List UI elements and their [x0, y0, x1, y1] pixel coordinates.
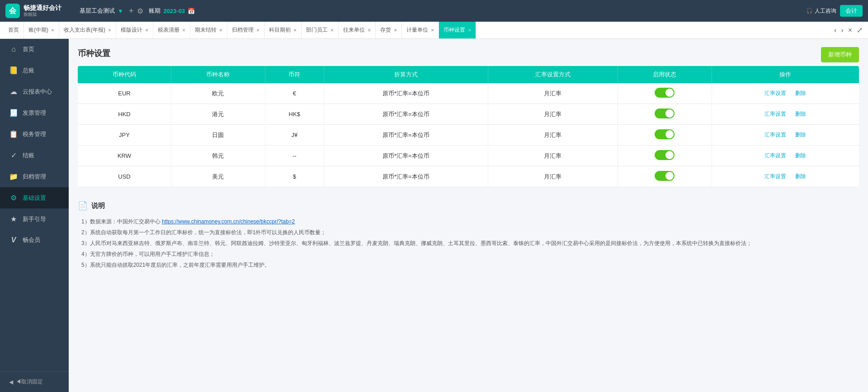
kuaiji-button[interactable]: 会计 — [840, 5, 863, 17]
tab-next-button[interactable]: › — [839, 25, 845, 35]
cell-status — [618, 104, 712, 125]
rate-settings-link[interactable]: 汇率设置 — [764, 111, 786, 117]
pin-label: ◀取消固定 — [16, 378, 43, 386]
ledger-icon: 📒 — [9, 66, 18, 75]
rate-settings-link[interactable]: 汇率设置 — [764, 173, 786, 179]
rate-settings-link[interactable]: 汇率设置 — [764, 90, 786, 96]
top-bar: 会 畅捷通好会计 旗舰版 基层工会测试 ▼ + ⚙ 账期 2023-03 📅 🎧… — [0, 0, 868, 22]
consult-button[interactable]: 🎧 人工咨询 — [806, 7, 836, 15]
tab-guidang[interactable]: 归档管理 × — [227, 22, 264, 39]
cell-calc: 原币*汇率=本位币 — [324, 166, 488, 187]
app-name: 畅捷通好会计 — [24, 4, 61, 12]
tab-home[interactable]: 首页 — [4, 22, 24, 39]
cell-name: 港元 — [171, 104, 265, 125]
sidebar-item-label: 总账 — [23, 66, 34, 75]
tab-bumenrenyuan[interactable]: 部门员工 × — [302, 22, 339, 39]
tab-bizhongsheqing[interactable]: 币种设置 × — [439, 22, 476, 39]
sidebar-item-ledger[interactable]: 📒 总账 — [0, 60, 69, 81]
cell-actions: 汇率设置 删除 — [712, 166, 859, 187]
tab-zhangqizhong[interactable]: 账(中期) × — [24, 22, 59, 39]
notes-item: 2）系统自动获取每月第一个工作日的汇率标价，统一为直接标价法，即1外币可以兑换的… — [78, 227, 859, 238]
page-header: 币种设置 新增币种 — [78, 48, 859, 66]
sidebar-item-home[interactable]: ⌂ 首页 — [0, 39, 69, 60]
close-icon[interactable]: × — [330, 27, 334, 33]
close-icon[interactable]: × — [108, 27, 111, 33]
toggle-enabled[interactable] — [655, 171, 675, 181]
sidebar-item-settings[interactable]: ⚙ 基础设置 — [0, 187, 69, 208]
notes-link[interactable]: https://www.chinamoney.com.cn/chinese/bk… — [162, 218, 295, 225]
close-accounts-icon: ✓ — [9, 151, 18, 160]
cell-code: JPY — [78, 125, 171, 146]
toggle-enabled[interactable] — [655, 129, 675, 139]
sidebar-item-member[interactable]: V 畅会员 — [0, 230, 69, 250]
delete-link[interactable]: 删除 — [795, 152, 806, 159]
add-tab-button[interactable]: + — [129, 6, 134, 16]
delete-link[interactable]: 删除 — [795, 173, 806, 179]
tab-expand-button[interactable]: ⤢ — [855, 25, 864, 35]
sidebar-item-tax[interactable]: 📋 税务管理 — [0, 123, 69, 145]
tab-prev-button[interactable]: ‹ — [832, 25, 838, 35]
rate-settings-link[interactable]: 汇率设置 — [764, 132, 786, 138]
settings-button[interactable]: ⚙ — [137, 7, 143, 15]
tab-shouru[interactable]: 收入支出表(年报) × — [59, 22, 116, 39]
close-icon[interactable]: × — [51, 27, 54, 33]
currency-table: 币种代码 币种名称 币符 折算方式 汇率设置方式 启用状态 操作 EUR 欧元 … — [78, 66, 859, 187]
table-row: USD 美元 $ 原币*汇率=本位币 月汇率 汇率设置 删除 — [78, 166, 859, 187]
sidebar-item-archive[interactable]: 📁 归档管理 — [0, 166, 69, 187]
close-icon[interactable]: × — [468, 27, 471, 33]
cell-symbol: -- — [265, 146, 324, 166]
cell-status — [618, 146, 712, 166]
tab-label: 部门员工 — [306, 26, 328, 34]
tab-moban[interactable]: 模版设计 × — [116, 22, 153, 39]
delete-link[interactable]: 删除 — [795, 111, 806, 117]
delete-link[interactable]: 删除 — [795, 132, 806, 138]
tab-kemuqichu[interactable]: 科目期初 × — [264, 22, 302, 39]
cell-rate-method: 月汇率 — [488, 83, 618, 104]
toggle-enabled[interactable] — [655, 150, 675, 160]
notes-item: 5）系统只能自动抓取2021年度后的汇率，之前年度汇率需要用用户手工维护。 — [78, 260, 859, 270]
tab-shuibiao[interactable]: 税表清册 × — [153, 22, 190, 39]
top-bar-actions: 🎧 人工咨询 会计 — [806, 5, 863, 17]
close-icon[interactable]: × — [182, 27, 185, 33]
company-selector[interactable]: 基层工会测试 ▼ — [74, 7, 129, 15]
tab-qimo[interactable]: 期末结转 × — [190, 22, 227, 39]
sidebar-item-close[interactable]: ✓ 结账 — [0, 145, 69, 166]
cell-name: 欧元 — [171, 83, 265, 104]
cell-code: USD — [78, 166, 171, 187]
tab-wanglaidanwei[interactable]: 往来单位 × — [339, 22, 376, 39]
headset-icon: 🎧 — [806, 8, 813, 14]
sidebar-item-report[interactable]: ☁ 云报表中心 — [0, 81, 69, 102]
close-icon[interactable]: × — [394, 27, 397, 33]
sidebar-item-label: 新手引导 — [23, 215, 46, 223]
sidebar-item-guide[interactable]: ★ 新手引导 — [0, 208, 69, 230]
tab-home-label: 首页 — [8, 26, 19, 34]
close-icon[interactable]: × — [219, 27, 222, 33]
calendar-icon[interactable]: 📅 — [188, 8, 195, 14]
delete-link[interactable]: 删除 — [795, 90, 806, 96]
cell-rate-method: 月汇率 — [488, 166, 618, 187]
cell-symbol: $ — [265, 166, 324, 187]
tab-close-all-button[interactable]: × — [846, 25, 854, 35]
close-icon[interactable]: × — [368, 27, 371, 33]
tab-cunkuo[interactable]: 存货 × — [376, 22, 402, 39]
sidebar-item-invoice[interactable]: 🧾 发票管理 — [0, 102, 69, 123]
tab-jiliangdanwei[interactable]: 计量单位 × — [402, 22, 439, 39]
toggle-enabled[interactable] — [655, 88, 675, 98]
cloud-icon: ☁ — [9, 87, 18, 96]
table-row: JPY 日圆 J¥ 原币*汇率=本位币 月汇率 汇率设置 删除 — [78, 125, 859, 146]
close-icon[interactable]: × — [293, 27, 297, 33]
sidebar-pin-toggle[interactable]: ◀ ◀取消固定 — [0, 371, 69, 392]
rate-settings-link[interactable]: 汇率设置 — [764, 152, 786, 159]
tab-label: 期末结转 — [195, 26, 217, 34]
sidebar-item-label: 结账 — [23, 151, 34, 160]
close-icon[interactable]: × — [431, 27, 434, 33]
close-icon[interactable]: × — [145, 27, 148, 33]
notes-header: 📄 说明 — [78, 201, 859, 211]
tab-label: 账(中期) — [28, 26, 48, 34]
page-title: 币种设置 — [78, 48, 859, 59]
toggle-enabled[interactable] — [655, 109, 675, 118]
company-dropdown-icon: ▼ — [118, 8, 123, 14]
close-icon[interactable]: × — [256, 27, 259, 33]
tab-label: 币种设置 — [443, 26, 465, 34]
new-currency-button[interactable]: 新增币种 — [821, 47, 859, 62]
